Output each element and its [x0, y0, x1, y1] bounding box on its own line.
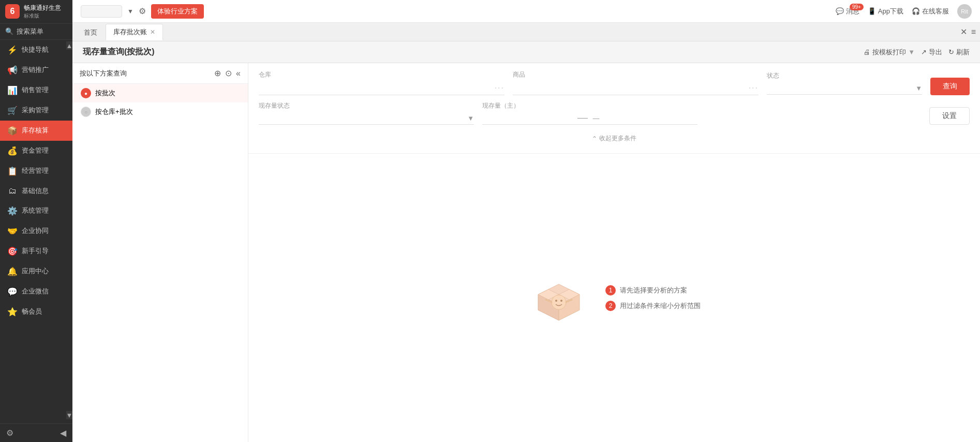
sidebar-item-system[interactable]: ⚙️系统管理 — [0, 201, 72, 221]
app-logo: 6 — [5, 4, 20, 19]
sidebar-item-label-sales: 销售管理 — [22, 85, 49, 95]
warehouse-dots[interactable]: ··· — [495, 83, 504, 93]
scroll-up-btn[interactable]: ▲ — [66, 41, 72, 50]
try-industry-button[interactable]: 体验行业方案 — [151, 4, 204, 19]
sidebar-item-label-appstore: 应用中心 — [22, 267, 49, 276]
plan-item-warehouse-batch[interactable]: ○按仓库+批次 — [72, 102, 248, 121]
sidebar-item-label-member: 畅会员 — [22, 307, 42, 316]
warehouse-filter: 仓库 ··· — [259, 70, 504, 95]
sidebar-item-finance[interactable]: 💰资金管理 — [0, 141, 72, 161]
sidebar-item-label-newbie: 新手引导 — [22, 246, 49, 256]
print-btn[interactable]: 🖨 按模板打印 ▼ — [864, 48, 915, 57]
plan-list: ●按批次○按仓库+批次 — [72, 84, 248, 121]
filter-section: 仓库 ··· 商品 ··· — [248, 63, 980, 154]
sidebar-item-label-system: 系统管理 — [22, 206, 49, 215]
sidebar-item-member[interactable]: ⭐畅会员 — [0, 302, 72, 322]
sidebar-item-marketing[interactable]: 📢营销推广 — [0, 60, 72, 80]
collapse-row[interactable]: ⌃ 收起更多条件 — [259, 131, 970, 146]
sidebar-search[interactable]: 🔍 搜索菜单 — [0, 24, 72, 40]
stock-status-dropdown-icon[interactable]: ▼ — [467, 114, 474, 122]
app-download-btn[interactable]: 📱 App下载 — [868, 7, 903, 16]
collapse-panel-icon[interactable]: « — [236, 69, 241, 78]
tab-menu-icon[interactable]: ≡ — [971, 27, 976, 37]
quick-nav-icon: ⚡ — [7, 45, 18, 55]
tab-close-inventory-batch[interactable]: ✕ — [150, 28, 155, 36]
sidebar-item-purchase[interactable]: 🛒采购管理 — [0, 100, 72, 121]
topbar-gear-icon[interactable]: ⚙ — [139, 6, 146, 16]
filter-row-1: 仓库 ··· 商品 ··· — [259, 70, 970, 95]
export-icon: ↗ — [921, 48, 927, 56]
plan-dot-batch: ● — [81, 88, 91, 98]
stock-qty-divider — [577, 118, 588, 119]
search-icon: 🔍 — [5, 27, 13, 35]
breadcrumb-input[interactable] — [81, 5, 122, 18]
sales-icon: 📊 — [7, 85, 18, 95]
plan-label-batch: 按批次 — [95, 89, 115, 98]
message-icon: 💬 — [836, 7, 844, 15]
product-input-wrapper[interactable]: ··· — [513, 81, 759, 95]
sidebar-item-operation[interactable]: 📋经营管理 — [0, 161, 72, 181]
system-icon: ⚙️ — [7, 206, 18, 216]
online-service-btn[interactable]: 🎧 在线客服 — [912, 7, 949, 16]
collab-icon: 🤝 — [7, 226, 18, 236]
empty-state: 1请先选择要分析的方案2用过滤条件来缩小分析范围 — [248, 154, 980, 442]
add-plan-icon[interactable]: ⊕ — [214, 68, 221, 78]
topbar-dropdown-icon[interactable]: ▼ — [127, 8, 133, 15]
status-dropdown-icon[interactable]: ▼ — [915, 84, 922, 92]
page-header: 现存量查询(按批次) 🖨 按模板打印 ▼ ↗ 导出 ↻ 刷新 — [72, 41, 980, 63]
manage-plan-icon[interactable]: ⊙ — [225, 68, 232, 78]
left-panel: 按以下方案查询 ⊕ ⊙ « ●按批次○按仓库+批次 — [72, 63, 248, 442]
sidebar-item-basic[interactable]: 🗂基础信息 — [0, 181, 72, 201]
messages-btn[interactable]: 💬 消息 99+ — [836, 7, 859, 16]
layout-body: 按以下方案查询 ⊕ ⊙ « ●按批次○按仓库+批次 仓库 — [72, 63, 980, 442]
sidebar-item-label-finance: 资金管理 — [22, 146, 49, 155]
sidebar-item-inventory[interactable]: 📦库存核算 — [0, 121, 72, 141]
page-header-actions: 🖨 按模板打印 ▼ ↗ 导出 ↻ 刷新 — [864, 48, 970, 57]
user-profile-btn[interactable]: Rit — [957, 4, 972, 19]
print-dropdown-icon[interactable]: ▼ — [908, 48, 915, 56]
svg-point-6 — [555, 300, 557, 302]
left-panel-header: 按以下方案查询 ⊕ ⊙ « — [72, 63, 248, 84]
page-content: 现存量查询(按批次) 🖨 按模板打印 ▼ ↗ 导出 ↻ 刷新 — [72, 41, 980, 442]
sidebar-header: 6 畅康通好生意 标准版 — [0, 0, 72, 24]
tip-text-2: 用过滤条件来缩小分析范围 — [620, 301, 701, 311]
sidebar-item-quick-nav[interactable]: ⚡快捷导航 — [0, 40, 72, 60]
svg-point-5 — [552, 295, 566, 310]
stock-status-select-wrapper[interactable]: ▼ — [259, 112, 474, 125]
left-panel-actions: ⊕ ⊙ « — [214, 68, 241, 78]
phone-icon: 📱 — [868, 7, 876, 15]
product-dots[interactable]: ··· — [749, 83, 759, 93]
finance-icon: 💰 — [7, 146, 18, 156]
tip-text-1: 请先选择要分析的方案 — [620, 286, 687, 295]
query-button[interactable]: 查询 — [930, 78, 970, 95]
sidebar: 6 畅康通好生意 标准版 🔍 搜索菜单 ⚡快捷导航📢营销推广📊销售管理🛒采购管理… — [0, 0, 72, 442]
print-icon: 🖨 — [864, 48, 870, 56]
scroll-down-btn[interactable]: ▼ — [66, 411, 72, 419]
right-panel: 仓库 ··· 商品 ··· — [248, 63, 980, 442]
sidebar-item-label-purchase: 采购管理 — [22, 106, 49, 115]
refresh-btn[interactable]: ↻ 刷新 — [948, 48, 970, 57]
inventory-icon: 📦 — [7, 126, 18, 136]
sidebar-item-wechat[interactable]: 💬企业微信 — [0, 282, 72, 302]
collapse-label: 收起更多条件 — [599, 134, 636, 143]
settings-button[interactable]: 设置 — [929, 107, 970, 125]
status-select-wrapper[interactable]: ▼ — [767, 82, 922, 95]
export-btn[interactable]: ↗ 导出 — [921, 48, 942, 57]
plan-item-batch[interactable]: ●按批次 — [72, 84, 248, 102]
member-icon: ⭐ — [7, 307, 18, 317]
tab-inventory-batch[interactable]: 库存批次账✕ — [106, 24, 163, 40]
stock-qty-wrapper[interactable]: — — [482, 112, 697, 125]
sidebar-item-newbie[interactable]: 🎯新手引导 — [0, 241, 72, 261]
sidebar-item-collab[interactable]: 🤝企业协同 — [0, 221, 72, 241]
warehouse-input-wrapper[interactable]: ··· — [259, 81, 504, 95]
product-filter: 商品 ··· — [513, 70, 759, 95]
collapse-sidebar-icon[interactable]: ◀ — [60, 428, 66, 438]
sidebar-item-appstore[interactable]: 🔔应用中心 — [0, 261, 72, 282]
sidebar-item-label-marketing: 营销推广 — [22, 65, 49, 75]
wechat-icon: 💬 — [7, 287, 18, 297]
tab-home[interactable]: 首页 — [77, 25, 105, 40]
sidebar-item-sales[interactable]: 📊销售管理 — [0, 80, 72, 100]
close-tab-btn[interactable]: ✕ — [960, 27, 967, 37]
refresh-icon: ↻ — [948, 48, 954, 56]
settings-footer-icon[interactable]: ⚙ — [6, 428, 13, 438]
